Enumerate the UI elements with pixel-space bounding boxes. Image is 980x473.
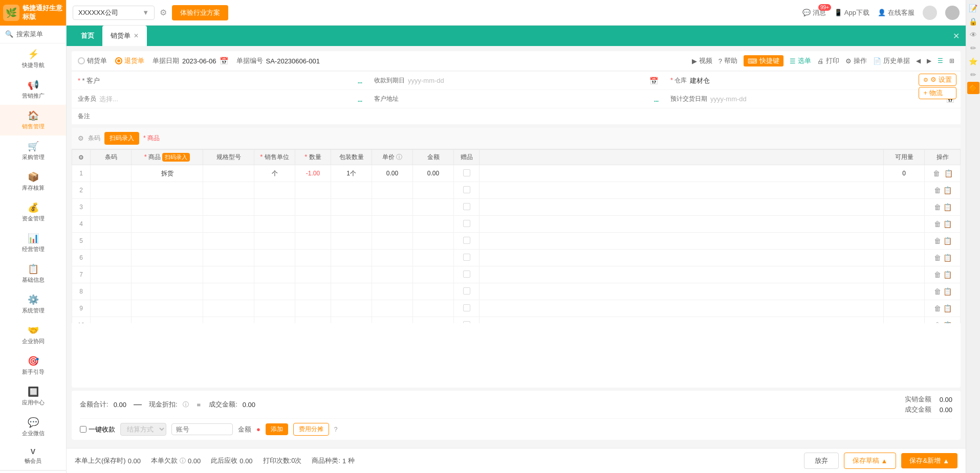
col-desc[interactable] bbox=[480, 150, 884, 165]
sidebar-collapse-btn[interactable]: ◀ bbox=[33, 471, 67, 473]
gift-checkbox[interactable] bbox=[463, 287, 470, 295]
copy-icon[interactable]: 📋 bbox=[943, 168, 953, 178]
right-panel-lock-icon[interactable]: 🔒 bbox=[967, 15, 979, 28]
app-download-btn[interactable]: 📱 App下载 bbox=[834, 8, 869, 17]
account-input[interactable] bbox=[171, 423, 233, 435]
row-product[interactable]: 拆货 bbox=[132, 165, 203, 182]
scan-btn[interactable]: 扫码录入 bbox=[104, 132, 139, 145]
one-click-payment-checkbox[interactable] bbox=[80, 426, 86, 433]
online-support-btn[interactable]: 👤 在线客服 bbox=[878, 8, 914, 17]
col-amount[interactable]: 金额 bbox=[413, 150, 454, 165]
sidebar-item-guide[interactable]: 🎯 新手引导 bbox=[0, 350, 66, 381]
logistics-quick-btn[interactable]: + 物流 bbox=[919, 87, 956, 99]
nav-prev-btn[interactable]: ◀ bbox=[916, 57, 921, 64]
sidebar-item-purchase[interactable]: 🛒 采购管理 bbox=[0, 136, 66, 166]
row-packqty[interactable]: 1个 bbox=[331, 165, 372, 182]
settlement-method-select[interactable]: 结算方式 bbox=[120, 423, 166, 436]
row-unit[interactable]: 个 bbox=[254, 165, 295, 182]
user-avatar2[interactable] bbox=[945, 6, 960, 20]
sidebar-item-enterprise[interactable]: 🤝 企业协同 bbox=[0, 320, 66, 350]
gift-checkbox[interactable] bbox=[463, 169, 470, 176]
right-panel-orange-icon[interactable]: 🔶 bbox=[967, 82, 979, 94]
tab-close-icon[interactable]: ✕ bbox=[134, 32, 139, 39]
save-draft-btn[interactable]: 保存草稿 ▲ bbox=[844, 453, 897, 469]
row-gift[interactable] bbox=[454, 165, 480, 182]
save-new-arrow[interactable]: ▲ bbox=[943, 457, 949, 465]
col-packqty[interactable]: 包装数量 bbox=[331, 150, 372, 165]
delete-icon[interactable]: 🗑 bbox=[932, 236, 943, 246]
one-click-payment-checkbox-label[interactable]: 一键收款 bbox=[80, 425, 115, 434]
video-btn[interactable]: ▶ 视频 bbox=[692, 56, 712, 65]
settings-gear-icon[interactable]: ⚙ bbox=[160, 8, 167, 17]
sidebar-item-wechat[interactable]: 💬 企业微信 bbox=[0, 412, 66, 442]
col-product[interactable]: * 商品 扫码录入 bbox=[132, 150, 203, 165]
copy-icon[interactable]: 📋 bbox=[943, 286, 953, 297]
delete-icon[interactable]: 🗑 bbox=[932, 303, 943, 313]
close-all-tabs-icon[interactable]: ✕ bbox=[953, 31, 960, 41]
header-scan-btn[interactable]: 扫码录入 bbox=[162, 153, 190, 162]
customer-dots[interactable]: ... bbox=[357, 75, 362, 86]
gift-checkbox[interactable] bbox=[463, 321, 470, 324]
copy-icon[interactable]: 📋 bbox=[943, 236, 953, 246]
sidebar-item-system[interactable]: ⚙️ 系统管理 bbox=[0, 289, 66, 320]
gift-checkbox[interactable] bbox=[463, 304, 470, 311]
sidebar-item-finance[interactable]: 💰 资金管理 bbox=[0, 197, 66, 228]
delete-icon[interactable]: 🗑 bbox=[932, 286, 943, 297]
print-btn[interactable]: 🖨 打印 bbox=[817, 56, 839, 65]
sidebar-item-ops[interactable]: 📊 经营管理 bbox=[0, 228, 66, 258]
row-price[interactable]: 0.00 bbox=[372, 165, 413, 182]
col-price[interactable]: 单价 ⓘ bbox=[372, 150, 413, 165]
gift-checkbox[interactable] bbox=[463, 203, 470, 210]
sidebar-item-basic[interactable]: 📋 基础信息 bbox=[0, 258, 66, 289]
delete-icon[interactable]: 🗑 bbox=[932, 253, 943, 263]
gift-checkbox[interactable] bbox=[463, 254, 470, 261]
gift-checkbox[interactable] bbox=[463, 220, 470, 227]
copy-icon[interactable]: 📋 bbox=[943, 253, 953, 263]
view-grid-btn[interactable]: ⊞ bbox=[949, 57, 954, 64]
delete-icon[interactable]: 🗑 bbox=[931, 168, 942, 178]
save-new-btn[interactable]: 保存&新增 ▲ bbox=[901, 453, 957, 468]
copy-icon[interactable]: 📋 bbox=[943, 202, 953, 212]
delete-icon[interactable]: 🗑 bbox=[932, 185, 943, 195]
table-settings-icon[interactable]: ⚙ bbox=[78, 134, 84, 142]
row-barcode[interactable] bbox=[91, 165, 132, 182]
shortcut-btn[interactable]: ⌨ 快捷键 bbox=[744, 55, 783, 66]
col-settings[interactable]: ⚙ bbox=[72, 150, 91, 165]
settings-quick-btn[interactable]: ⚙ ⚙ 设置 bbox=[919, 74, 956, 86]
add-btn[interactable]: 添加 bbox=[266, 423, 288, 435]
copy-icon[interactable]: 📋 bbox=[943, 185, 953, 195]
row-amount[interactable]: 0.00 bbox=[413, 165, 454, 182]
sidebar-item-vip[interactable]: V 畅会员 bbox=[0, 442, 66, 470]
delete-icon[interactable]: 🗑 bbox=[932, 219, 943, 229]
select-order-btn[interactable]: ☰ 选单 bbox=[790, 56, 811, 65]
nav-next-btn[interactable]: ▶ bbox=[927, 57, 931, 64]
sidebar-item-appcenter[interactable]: 🔲 应用中心 bbox=[0, 381, 66, 412]
company-selector[interactable]: XXXXXX公司 ▼ bbox=[73, 6, 155, 20]
row-desc[interactable] bbox=[480, 165, 884, 182]
fenyong-btn[interactable]: 费用分摊 bbox=[293, 423, 329, 436]
payment-due-calendar-icon[interactable]: 📅 bbox=[649, 77, 658, 85]
col-gift[interactable]: 赠品 bbox=[454, 150, 480, 165]
right-panel-edit-icon[interactable]: ✏ bbox=[967, 42, 979, 54]
row-spec[interactable] bbox=[203, 165, 254, 182]
col-spec[interactable]: 规格型号 bbox=[203, 150, 254, 165]
gift-checkbox[interactable] bbox=[463, 186, 470, 193]
user-avatar[interactable] bbox=[923, 6, 937, 20]
save-draft-arrow[interactable]: ▲ bbox=[881, 457, 888, 465]
copy-icon[interactable]: 📋 bbox=[943, 219, 953, 229]
sidebar-search[interactable]: 🔍 搜索菜单 bbox=[0, 26, 66, 43]
col-ops[interactable]: 操作 bbox=[925, 150, 961, 165]
gift-checkbox[interactable] bbox=[463, 271, 470, 278]
right-panel-pen-icon[interactable]: ✏ bbox=[967, 69, 979, 81]
sidebar-item-inventory[interactable]: 📦 库存核算 bbox=[0, 166, 66, 197]
right-panel-note-icon[interactable]: 📝 bbox=[967, 2, 979, 14]
copy-icon[interactable]: 📋 bbox=[943, 320, 953, 323]
col-qty[interactable]: * 数量 bbox=[295, 150, 331, 165]
view-list-btn[interactable]: ☰ bbox=[938, 57, 943, 64]
delete-icon[interactable]: 🗑 bbox=[932, 320, 943, 323]
help-btn[interactable]: ? 帮助 bbox=[718, 56, 737, 65]
trial-btn[interactable]: 体验行业方案 bbox=[172, 5, 228, 20]
delete-icon[interactable]: 🗑 bbox=[932, 269, 943, 280]
sidebar-item-marketing[interactable]: 📢 营销推广 bbox=[0, 74, 66, 105]
row-qty[interactable]: -1.00 bbox=[295, 165, 331, 182]
